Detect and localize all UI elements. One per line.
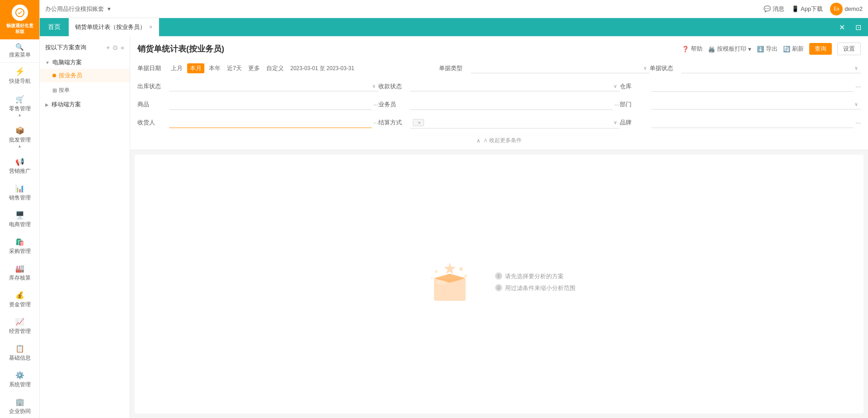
sidebar-nav-shortcut[interactable]: ⚡ 快捷导航: [0, 63, 39, 89]
date-tabs: 上月 本月 本年 近7天 更多 自定义 2023-03-01 至 2023-03…: [169, 63, 354, 73]
brand-dots[interactable]: ···: [855, 119, 861, 126]
tab-close-btn[interactable]: ×: [149, 24, 152, 30]
sidebar-item-inventory[interactable]: 🏭 库存核算: [0, 260, 39, 286]
goods-label: 商品: [137, 100, 169, 109]
sidebar-search[interactable]: 🔍 搜索菜单: [0, 39, 39, 63]
consignee-label: 收货人: [137, 119, 169, 127]
tab-active[interactable]: 销货单统计表（按业务员） ×: [69, 18, 159, 36]
doctype-arrow: ∨: [643, 65, 647, 71]
lp-section-pc-title[interactable]: ▼ 电脑端方案: [40, 56, 130, 69]
outstatus-select[interactable]: ∨: [169, 81, 378, 91]
sidebar-item-sales[interactable]: 📊 销售管理: [0, 180, 39, 206]
help-btn[interactable]: ❓ 帮助: [682, 45, 703, 53]
sidebar-item-system[interactable]: ⚙️ 系统管理: [0, 366, 39, 393]
svg-point-4: [464, 275, 467, 277]
consignee-dots[interactable]: ···: [373, 119, 379, 126]
mobile-section-arrow: ▶: [45, 102, 49, 107]
refresh-icon: 🔄: [783, 46, 790, 52]
content-area: 按以下方案查询 + ⊙ « ▼ 电脑端方案 按业务员 ⊞: [40, 36, 868, 418]
sidebar-item-marketing[interactable]: 📢 营销推广: [0, 153, 39, 180]
svg-marker-7: [444, 262, 456, 274]
docstatus-label: 单据状态: [650, 64, 681, 72]
goods-input[interactable]: [169, 99, 372, 110]
lp-add-btn[interactable]: +: [106, 44, 110, 51]
topbar-dropdown-icon[interactable]: ▾: [108, 5, 111, 12]
date-tab-this-month[interactable]: 本月: [187, 63, 204, 73]
filter-row-2: 出库状态 ∨ 收款状态 ∨ 仓库: [137, 80, 861, 93]
sidebar-item-retail[interactable]: 🛒 零售管理 ▲: [0, 90, 39, 122]
sidebar-item-finance[interactable]: 💰 资金管理: [0, 286, 39, 313]
empty-content: ① 请先选择要分析的方案 ② 用过滤条件来缩小分析范围: [423, 253, 576, 315]
refresh-btn[interactable]: 🔄 刷新: [783, 45, 804, 53]
sidebar-item-purchase[interactable]: 🛍️ 采购管理: [0, 233, 39, 260]
filter-department-field: 部门 ∨: [620, 98, 861, 111]
outstatus-arrow: ∨: [372, 83, 376, 89]
date-tab-custom[interactable]: 自定义: [264, 63, 286, 73]
doctype-label: 单据类型: [439, 64, 471, 72]
date-tab-last7[interactable]: 近7天: [225, 63, 244, 73]
hint-text-1: 请先选择要分析的方案: [505, 272, 564, 280]
date-label: 单据日期: [137, 64, 169, 72]
consignee-input[interactable]: [169, 117, 372, 128]
lp-collapse-btn[interactable]: «: [121, 44, 124, 51]
sidebar-item-operations[interactable]: 📈 经营管理: [0, 313, 39, 340]
main-area: 办公用品行业模拟账套 ▾ 💬 消息 📱 App下载 Ea demo2 首页: [40, 0, 868, 418]
settlement-tag-close[interactable]: ×: [418, 120, 420, 125]
department-select[interactable]: ∨: [651, 100, 861, 109]
sidebar-item-ecommerce[interactable]: 🖥️ 电商管理: [0, 206, 39, 233]
pc-section-label: 电脑端方案: [52, 58, 82, 66]
query-button[interactable]: 查询: [809, 43, 832, 55]
print-dropdown-arrow[interactable]: ▾: [748, 46, 751, 52]
empty-hints: ① 请先选择要分析的方案 ② 用过滤条件来缩小分析范围: [495, 272, 576, 296]
lp-header-label: 按以下方案查询: [45, 43, 86, 52]
svg-point-5: [435, 270, 438, 273]
payment-select[interactable]: ∨: [410, 81, 619, 91]
export-btn[interactable]: ⬇️ 导出: [757, 45, 778, 53]
docstatus-select[interactable]: ∨: [681, 63, 861, 73]
sidebar-item-basic[interactable]: 📋 基础信息: [0, 340, 39, 366]
collapse-btn[interactable]: ∧ ∧ 收起更多条件: [476, 137, 522, 144]
filter-docstatus-field: 单据状态 ∨: [650, 62, 861, 75]
warehouse-dots[interactable]: ···: [855, 83, 861, 90]
close-window-btn[interactable]: ✕: [835, 21, 848, 33]
filter-row-3: 商品 ··· 业务员 ··· 部门 ∨: [137, 98, 861, 111]
salesperson-dots[interactable]: ···: [614, 101, 620, 108]
avatar: Ea: [830, 3, 843, 15]
lp-header: 按以下方案查询 + ⊙ «: [40, 41, 130, 54]
goods-dots[interactable]: ···: [373, 101, 379, 108]
doctype-select[interactable]: ∨: [471, 63, 650, 73]
active-dot: [52, 74, 56, 77]
filter-consignee-field: 收货人 ···: [137, 116, 378, 129]
date-tab-more[interactable]: 更多: [246, 63, 262, 73]
lp-settings-btn[interactable]: ⊙: [113, 44, 118, 51]
lp-order-section-title[interactable]: ⊞ 按单: [40, 84, 130, 96]
docstatus-arrow: ∨: [854, 65, 858, 71]
app-download-btn[interactable]: 📱 App下载: [792, 5, 823, 13]
settings-button[interactable]: 设置: [837, 43, 861, 55]
topbar: 办公用品行业模拟账套 ▾ 💬 消息 📱 App下载 Ea demo2: [40, 0, 868, 18]
warehouse-label: 仓库: [620, 82, 651, 90]
lp-item-by-salesperson[interactable]: 按业务员: [40, 69, 130, 82]
date-tab-this-year[interactable]: 本年: [207, 63, 222, 73]
lp-section-pc: ▼ 电脑端方案 按业务员 ⊞ 按单 ▶ 移动端方案: [40, 54, 130, 113]
hint-num-1: ①: [495, 272, 502, 280]
filter-row-1: 单据日期 上月 本月 本年 近7天 更多 自定义 2023-03-01 至 20…: [137, 62, 861, 75]
brand-label: 品牌: [620, 119, 651, 127]
sidebar-item-wholesale[interactable]: 📦 批发管理 ▲: [0, 122, 39, 153]
restore-window-btn[interactable]: ⊡: [852, 21, 864, 33]
warehouse-input[interactable]: [651, 81, 854, 92]
settlement-select[interactable]: × ∨: [410, 117, 619, 128]
filter-payment-field: 收款状态 ∨: [378, 80, 619, 93]
salesperson-input[interactable]: [410, 99, 613, 110]
user-avatar-btn[interactable]: Ea demo2: [830, 3, 863, 15]
sidebar-item-enterprise[interactable]: 🏢 企业协同: [0, 393, 39, 418]
date-tab-last-month[interactable]: 上月: [169, 63, 184, 73]
brand-input[interactable]: [651, 117, 854, 128]
pc-section-arrow: ▼: [45, 60, 50, 65]
export-icon: ⬇️: [757, 46, 764, 52]
lp-section-mobile-title[interactable]: ▶ 移动端方案: [40, 98, 130, 111]
message-btn[interactable]: 💬 消息: [764, 5, 784, 13]
sidebar-logo: 畅捷通好生意 标版: [0, 0, 40, 39]
tab-home[interactable]: 首页: [40, 18, 69, 36]
print-btn[interactable]: 🖨️ 按模板打印 ▾: [708, 45, 751, 53]
